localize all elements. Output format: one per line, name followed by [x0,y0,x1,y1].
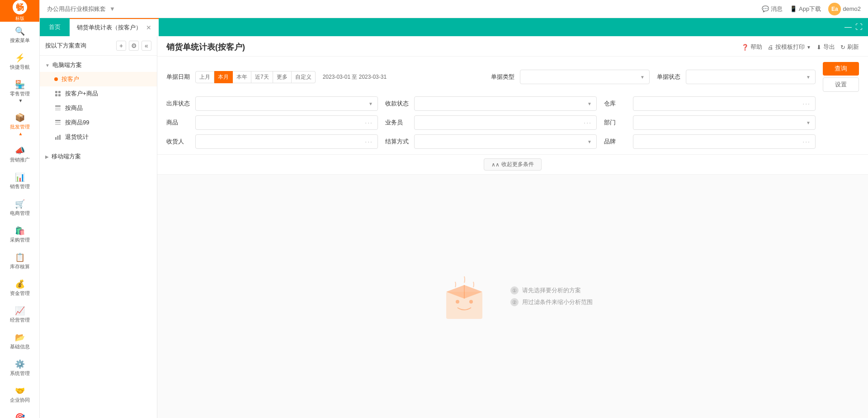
nav-item-sales[interactable]: 📊 销售管理 [0,168,39,195]
goods-select[interactable]: ··· [195,115,378,130]
chevron-up-icon: ▲ [19,131,23,136]
collapse-bar: ∧∧ 收起更多条件 [157,155,868,175]
nav-item-system[interactable]: ⚙️ 系统管理 [0,355,39,381]
user-menu-button[interactable]: Ea demo2 [828,3,861,15]
date-tab-7days[interactable]: 近7天 [251,71,273,83]
date-range-text: 2023-03-01 至 2023-03-31 [323,73,387,81]
empty-content: ① 请先选择要分析的方案 ② 用过滤条件来缩小分析范围 [433,265,593,328]
download-icon: 📱 [790,5,797,12]
page-actions: ❓ 帮助 🖨 按模板打印 ▼ ⬇ 导出 ↻ 刷新 [741,43,859,51]
tab-sales-stat[interactable]: 销货单统计表（按客户） ✕ [70,18,159,36]
nav-item-marketing[interactable]: 📣 营销推广 [0,141,39,168]
chevron-down-icon: ▼ [806,75,811,80]
pay-status-select[interactable]: ▼ [414,96,597,111]
tab-bar-actions: — ⛶ [839,18,868,36]
salesperson-select[interactable]: ··· [414,115,597,130]
bill-status-select[interactable]: ▼ [686,70,816,84]
scheme-panel-header: 按以下方案查询 + ⚙ « [40,36,157,56]
scheme-item-by-goods[interactable]: 按商品 [40,101,157,115]
breadcrumb-dropdown-icon[interactable]: ▼ [109,5,115,12]
svg-point-17 [469,300,473,304]
print-dropdown-icon: ▼ [807,45,811,50]
nav-item-retail[interactable]: 🏪 零售管理 ▼ [0,75,39,108]
chevron-down-icon: ▼ [587,139,592,144]
payment-select[interactable]: ▼ [414,134,597,149]
settings-button[interactable]: 设置 [823,77,859,92]
app-download-button[interactable]: 📱 App下载 [790,5,821,13]
nav-item-finance[interactable]: 💰 资金管理 [0,275,39,301]
gear-icon: ⚙️ [0,359,39,369]
filter-row-4: 收货人 ··· 结算方式 ▼ 品牌 [166,134,859,149]
collapse-button[interactable]: ∧∧ 收起更多条件 [484,158,542,171]
nav-item-purchase[interactable]: 🛍️ 采购管理 [0,221,39,248]
target-icon: 🎯 [0,413,39,418]
print-button[interactable]: 🖨 按模板打印 ▼ [768,43,811,51]
nav-item-quick[interactable]: ⚡ 快捷导航 [0,48,39,75]
svg-rect-12 [59,135,61,140]
help-button[interactable]: ❓ 帮助 [741,43,762,51]
grid-icon [54,90,61,97]
date-tab-this-month[interactable]: 本月 [214,71,233,83]
box-icon: 📦 [0,113,39,123]
tab-maximize-icon[interactable]: ⛶ [855,23,863,31]
filter-area: 单据日期 上月 本月 本年 近7天 更多 自定义 2023-03-01 至 20… [157,57,868,155]
nav-item-search[interactable]: 🔍 搜索菜单 [0,22,39,48]
query-button[interactable]: 查询 [823,62,859,76]
date-tabs: 上月 本月 本年 近7天 更多 自定义 [195,71,316,83]
brand-label: 品牌 [604,138,629,146]
date-tab-this-year[interactable]: 本年 [233,71,251,83]
dots-icon: ··· [584,119,592,126]
header-right: 💬 消息 📱 App下载 Ea demo2 [762,3,861,15]
svg-rect-10 [55,137,57,140]
scheme-item-by-customer-goods[interactable]: 按客户+商品 [40,86,157,101]
dept-select[interactable]: ▼ [633,115,816,130]
scheme-panel: 按以下方案查询 + ⚙ « ▼ 电脑端方案 按客户 [40,36,157,418]
message-button[interactable]: 💬 消息 [762,5,783,13]
refresh-icon: ↻ [840,44,845,51]
scheme-add-button[interactable]: + [116,41,126,51]
empty-illustration [433,265,496,328]
tab-minimize-icon[interactable]: — [844,23,852,31]
nav-item-guide[interactable]: 🎯 新手引导 [0,408,39,418]
date-tab-last-month[interactable]: 上月 [195,71,214,83]
scheme-collapse-button[interactable]: « [142,41,151,51]
bar-chart-icon [54,133,61,141]
speaker-icon: 📣 [0,146,39,156]
nav-item-basic[interactable]: 📂 基础信息 [0,328,39,355]
tab-close-icon[interactable]: ✕ [146,24,151,31]
stock-status-select[interactable]: ▼ [195,96,378,111]
receiver-select[interactable]: ··· [195,134,378,149]
svg-rect-1 [58,91,61,93]
nav-item-inventory[interactable]: 📋 库存核算 [0,248,39,275]
bill-type-select[interactable]: ▼ [520,70,650,84]
warehouse-select[interactable]: ··· [633,96,816,111]
filter-dept: 部门 ▼ [604,115,816,130]
brand-select[interactable]: ··· [633,134,816,149]
scheme-item-by-goods99[interactable]: 按商品99 [40,115,157,130]
export-button[interactable]: ⬇ 导出 [816,43,835,51]
nav-item-ecommerce[interactable]: 🛒 电商管理 [0,195,39,221]
date-tab-custom[interactable]: 自定义 [292,71,316,83]
date-tab-more[interactable]: 更多 [273,71,292,83]
refresh-button[interactable]: ↻ 刷新 [840,43,859,51]
dots-icon: ··· [365,138,373,145]
filter-goods: 商品 ··· [166,115,378,130]
nav-item-operation[interactable]: 📈 经营管理 [0,301,39,328]
scheme-item-return-stat[interactable]: 退货统计 [40,130,157,144]
scheme-group-mobile-title[interactable]: ▶ 移动端方案 [40,150,157,163]
payment-label: 结算方式 [385,138,410,146]
nav-item-enterprise[interactable]: 🤝 企业协同 [0,381,39,408]
scheme-group-pc-title[interactable]: ▼ 电脑端方案 [40,58,157,72]
app-logo: 畅 标版 [0,0,39,22]
nav-item-wholesale[interactable]: 📦 批发管理 ▲ [0,108,39,141]
chevron-right-icon: ▶ [45,154,49,159]
tip-number-2: ② [510,298,519,306]
clipboard-icon: 📋 [0,252,39,262]
bill-status-label: 单据状态 [657,73,682,81]
chevron-down-icon: ▼ [640,75,645,80]
scheme-item-by-customer[interactable]: 按客户 [40,72,157,86]
money-icon: 💰 [0,279,39,289]
tab-home[interactable]: 首页 [40,18,70,36]
shop-icon: 🏪 [0,80,39,90]
scheme-settings-button[interactable]: ⚙ [129,41,139,51]
